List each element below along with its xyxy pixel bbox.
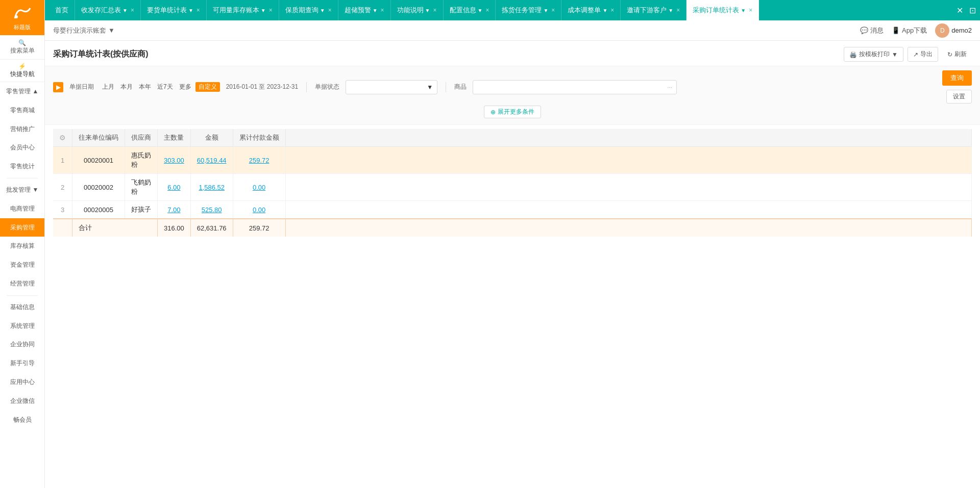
sidebar-item-retail-mall[interactable]: 零售商城 <box>0 101 44 120</box>
status-select[interactable]: ▼ <box>346 80 437 94</box>
tab-overstock-warning-close[interactable]: × <box>381 7 384 14</box>
date-opt-last-month[interactable]: 上月 <box>100 82 116 92</box>
tab-order-summary[interactable]: 要货单统计表 ▼ × <box>141 0 207 20</box>
sidebar-item-enterprise-collab[interactable]: 企业协同 <box>0 335 44 354</box>
row-num-3: 3 <box>53 201 72 219</box>
workspace-selector[interactable]: 母婴行业演示账套 ▼ <box>53 26 115 35</box>
table-row: 2 00020002 飞鹤奶粉 6.00 1,586.52 0.00 <box>53 174 972 201</box>
date-opt-this-month[interactable]: 本月 <box>118 82 135 92</box>
row-amount-1[interactable]: 60,519.44 <box>190 147 233 174</box>
tab-order-summary-close[interactable]: × <box>197 7 200 14</box>
sidebar-divider-2 <box>7 295 38 296</box>
sidebar-item-search[interactable]: 🔍 搜索菜单 <box>0 35 44 60</box>
sidebar-item-members[interactable]: 会员中心 <box>0 138 44 157</box>
sidebar-item-retail[interactable]: 零售管理 ▲ <box>0 82 44 101</box>
sidebar-item-basic-info[interactable]: 基础信息 <box>0 298 44 317</box>
logo-icon <box>10 4 35 22</box>
retail-mall-label: 零售商城 <box>10 107 35 114</box>
date-opt-last-7-days[interactable]: 近7天 <box>155 82 175 92</box>
tab-cost-adjust-close[interactable]: × <box>610 7 614 14</box>
sidebar-item-operations[interactable]: 经营管理 <box>0 274 44 293</box>
tab-purchase-summary[interactable]: 采购订单统计表 ▼ × <box>687 0 759 20</box>
tab-pick-task[interactable]: 拣货任务管理 ▼ × <box>496 0 561 20</box>
tab-overstock-warning-arrow: ▼ <box>373 8 378 13</box>
footer-paid: 259.72 <box>233 219 285 237</box>
sidebar-item-system[interactable]: 系统管理 <box>0 317 44 336</box>
tab-purchase-summary-close[interactable]: × <box>749 7 752 14</box>
row-extra-1 <box>285 147 971 174</box>
export-button[interactable]: ↗ 导出 <box>908 47 938 62</box>
footer-amount: 62,631.76 <box>190 219 233 237</box>
expand-more-label: 展开更多条件 <box>498 108 534 116</box>
tab-config-info-close[interactable]: × <box>485 7 489 14</box>
marketing-label: 营销推广 <box>10 125 35 133</box>
tab-order-summary-label: 要货单统计表 <box>147 6 187 15</box>
tab-pick-task-close[interactable]: × <box>551 7 555 14</box>
tab-invite-downstream[interactable]: 邀请下游客户 ▼ × <box>621 0 687 20</box>
tab-home[interactable]: 首页 <box>49 0 75 20</box>
tab-function-desc[interactable]: 功能说明 ▼ × <box>391 0 444 20</box>
column-settings-icon[interactable]: ⚙ <box>59 134 66 142</box>
row-paid-3[interactable]: 0.00 <box>233 201 285 219</box>
row-code-3: 00020005 <box>72 201 125 219</box>
sidebar-item-quick-nav[interactable]: ⚡ 快捷导航 <box>0 60 44 82</box>
sidebar-item-marketing[interactable]: 营销推广 <box>0 120 44 139</box>
sidebar-item-ecommerce[interactable]: 电商管理 <box>0 199 44 218</box>
message-button[interactable]: 💬 消息 <box>860 26 884 35</box>
table-footer-row: 合计 316.00 62,631.76 259.72 <box>53 219 972 237</box>
tab-purchase-summary-label: 采购订单统计表 <box>693 6 739 15</box>
tab-warranty-query-label: 保质期查询 <box>285 6 318 15</box>
date-custom-button[interactable]: 自定义 <box>195 82 220 92</box>
row-qty-1[interactable]: 303.00 <box>158 147 191 174</box>
row-qty-2[interactable]: 6.00 <box>158 174 191 201</box>
window-maximize-button[interactable]: ⊡ <box>969 6 976 15</box>
row-qty-3[interactable]: 7.00 <box>158 201 191 219</box>
template-print-button[interactable]: 🖨️ 按模板打印 ▼ <box>844 47 903 62</box>
row-supplier-1: 惠氏奶粉 <box>125 147 158 174</box>
tab-config-info[interactable]: 配置信息 ▼ × <box>444 0 496 20</box>
main-content: 首页 收发存汇总表 ▼ × 要货单统计表 ▼ × 可用量库存账本 ▼ × 保质期… <box>45 0 980 488</box>
page-title: 采购订单统计表(按供应商) <box>53 49 149 60</box>
sidebar-item-member[interactable]: 畅会员 <box>0 410 44 429</box>
row-paid-2[interactable]: 0.00 <box>233 174 285 201</box>
tab-receive-summary-close[interactable]: × <box>131 7 134 14</box>
window-close-button[interactable]: ✕ <box>957 6 963 15</box>
tab-overstock-warning[interactable]: 超储预警 ▼ × <box>338 0 391 20</box>
filter-settings-button[interactable]: 设置 <box>946 90 972 104</box>
tab-function-desc-close[interactable]: × <box>433 7 437 14</box>
tab-available-inventory-label: 可用量库存账本 <box>213 6 259 15</box>
enterprise-wechat-label: 企业微信 <box>10 397 35 404</box>
sidebar-item-retail-stats[interactable]: 零售统计 <box>0 157 44 176</box>
filter-toggle-button[interactable]: ▶ <box>53 82 63 92</box>
user-avatar[interactable]: D demo2 <box>935 23 972 38</box>
refresh-button[interactable]: ↻ 刷新 <box>942 47 972 61</box>
row-paid-1[interactable]: 259.72 <box>233 147 285 174</box>
sidebar-item-inventory[interactable]: 库存核算 <box>0 237 44 255</box>
date-opt-this-year[interactable]: 本年 <box>137 82 153 92</box>
sidebar-item-app-center[interactable]: 应用中心 <box>0 373 44 392</box>
sidebar-item-purchase[interactable]: 采购管理 <box>0 218 44 237</box>
tab-available-inventory[interactable]: 可用量库存账本 ▼ × <box>207 0 279 20</box>
app-download-button[interactable]: 📱 App下载 <box>892 26 927 35</box>
date-opt-more[interactable]: 更多 <box>177 82 193 92</box>
sidebar-item-enterprise-wechat[interactable]: 企业微信 <box>0 392 44 410</box>
date-options: 上月 本月 本年 近7天 更多 自定义 <box>100 82 220 92</box>
tab-cost-adjust[interactable]: 成本调整单 ▼ × <box>561 0 621 20</box>
tab-warranty-query[interactable]: 保质期查询 ▼ × <box>279 0 338 20</box>
query-actions: 查询 设置 <box>942 70 972 104</box>
tab-warranty-query-close[interactable]: × <box>328 7 332 14</box>
expand-more-icon: ⊕ <box>491 109 496 116</box>
tab-available-inventory-close[interactable]: × <box>269 7 273 14</box>
tab-receive-summary[interactable]: 收发存汇总表 ▼ × <box>75 0 141 20</box>
query-button[interactable]: 查询 <box>942 70 972 86</box>
goods-filter-input[interactable]: ··· <box>473 80 677 94</box>
sidebar-item-wholesale[interactable]: 批发管理 ▼ <box>0 181 44 199</box>
ecommerce-label: 电商管理 <box>10 205 35 212</box>
row-amount-2[interactable]: 1,586.52 <box>190 174 233 201</box>
tab-invite-downstream-close[interactable]: × <box>676 7 680 14</box>
sidebar-item-newbie[interactable]: 新手引导 <box>0 354 44 373</box>
expand-more-button[interactable]: ⊕ 展开更多条件 <box>484 106 541 118</box>
row-amount-3[interactable]: 525.80 <box>190 201 233 219</box>
col-supplier: 供应商 <box>125 129 158 147</box>
sidebar-item-finance[interactable]: 资金管理 <box>0 255 44 274</box>
